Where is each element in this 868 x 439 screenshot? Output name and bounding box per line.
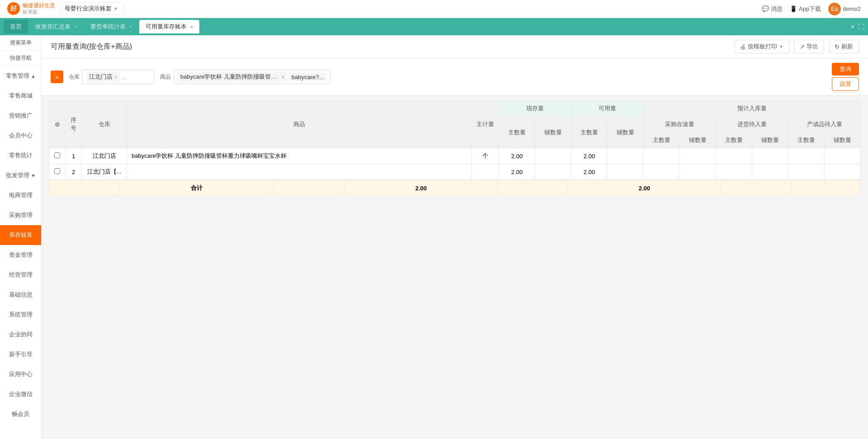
chevron-down-icon: ▼ — [113, 6, 118, 11]
industry-selector[interactable]: 母婴行业演示账套 ▼ — [61, 2, 124, 15]
sidebar-item-retail-mgmt[interactable]: 零售管理 ▲ — [0, 66, 41, 86]
warehouse-input[interactable]: 江北门店 × ... — [82, 70, 155, 84]
sidebar-item-system-mgmt[interactable]: 系统管理 — [0, 305, 41, 325]
warehouse-tag-close[interactable]: × — [114, 75, 117, 80]
table-row: 2 江北门店【... 2.00 2.00 — [49, 164, 861, 180]
sidebar-item-label: 企业微信 — [9, 390, 33, 398]
tab-order-stats[interactable]: 要货单统计表 × — [84, 20, 138, 33]
product-filter-group: 商品 babycare学饮杯 儿童防摔防撞吸管杯重力球吸嘴杯宝宝水杯 × bab… — [160, 70, 330, 84]
fullscreen-btn[interactable]: ⛶ — [858, 23, 864, 30]
sidebar-item-label: 新手引导 — [9, 350, 33, 359]
order-stats-tab-close[interactable]: × — [129, 24, 132, 29]
top-bar: 好 畅捷通好生意 标准版 母婴行业演示账套 ▼ 💬 消息 📱 App下载 Ea … — [0, 0, 868, 18]
user-name: demo2 — [843, 5, 861, 12]
sidebar-item-new-guide[interactable]: 新手引导 — [0, 345, 41, 364]
cell-incoming-aux — [752, 164, 788, 180]
sidebar-item-label: 基础信息 — [9, 291, 33, 299]
sidebar-item-enterprise-collab[interactable]: 企业协同 — [0, 325, 41, 345]
cell-product: babycare学饮杯 儿童防摔防撞吸管杯重力球吸嘴杯宝宝水杯 — [127, 148, 472, 164]
message-btn[interactable]: 💬 消息 — [762, 5, 783, 13]
tab-receipts[interactable]: 收发存汇总表 × — [29, 20, 83, 33]
sidebar-item-wholesale-mgmt[interactable]: 批发管理 ▼ — [0, 165, 41, 185]
sidebar-item-retail-store[interactable]: 零售商城 — [0, 86, 41, 106]
cell-no: 2 — [66, 164, 82, 180]
cell-checkbox[interactable] — [49, 164, 66, 180]
cell-incoming-main — [716, 164, 752, 180]
close-all-tabs-btn[interactable]: × — [851, 23, 854, 30]
sidebar-search-menu[interactable]: 搜索菜单 — [0, 35, 41, 51]
summary-stock-main: 2.00 — [344, 180, 498, 196]
tab-available-stock[interactable]: 可用量库存账本 × — [139, 20, 199, 33]
export-icon: ↗ — [800, 43, 805, 50]
cell-incoming-main — [716, 148, 752, 164]
cell-warehouse: 江北门店 — [82, 148, 127, 164]
sidebar-item-finance-mgmt[interactable]: 资金管理 — [0, 245, 41, 265]
product-input[interactable]: babycare学饮杯 儿童防摔防撞吸管杯重力球吸嘴杯宝宝水杯 × babyca… — [174, 70, 330, 84]
page-header: 可用量查询(按仓库+商品) 🖨 按模板打印 ▼ ↗ 导出 ↻ 刷新 — [42, 35, 868, 58]
th-incoming-main: 主数量 — [716, 132, 752, 148]
th-settings[interactable]: ⚙ — [49, 101, 66, 148]
warehouse-label: 仓库 — [69, 73, 80, 81]
sidebar-item-label: 电商管理 — [9, 191, 33, 199]
avatar-text: Ea — [831, 5, 838, 12]
cell-product-main — [788, 148, 825, 164]
export-btn[interactable]: ↗ 导出 — [794, 40, 824, 53]
cell-unit: 个 — [472, 148, 499, 164]
refresh-label: 刷新 — [841, 42, 853, 51]
warehouse-more[interactable]: ... — [122, 74, 127, 80]
product-tag2: babycare?... — [289, 73, 327, 81]
sidebar-item-label: 营销推广 — [9, 112, 33, 120]
sidebar-item-marketing[interactable]: 营销推广 — [0, 106, 41, 126]
th-estimated-in: 预计入库量 — [644, 101, 861, 117]
nav-tabs: 首页 收发存汇总表 × 要货单统计表 × 可用量库存账本 × × ⛶ — [0, 18, 868, 35]
th-current-stock: 现存量 — [499, 101, 571, 117]
th-warehouse: 仓库 — [82, 101, 127, 148]
template-print-btn[interactable]: 🖨 按模板打印 ▼ — [734, 40, 789, 53]
message-label: 消息 — [771, 5, 783, 13]
cell-checkbox[interactable] — [49, 148, 66, 164]
cell-purchase-aux — [680, 148, 716, 164]
query-btn[interactable]: 查询 — [832, 63, 859, 76]
th-purchase-main: 主数量 — [644, 132, 680, 148]
sidebar-item-ecommerce-mgmt[interactable]: 电商管理 — [0, 185, 41, 205]
main-layout: 搜索菜单 快捷导航 零售管理 ▲ 零售商城 营销推广 会员中心 零售统计 批发管… — [0, 35, 868, 439]
setting-btn[interactable]: 设置 — [832, 77, 859, 91]
home-tab-label: 首页 — [10, 23, 22, 31]
cell-purchase-main — [644, 164, 680, 180]
receipts-tab-close[interactable]: × — [74, 24, 77, 29]
sidebar-item-app-center[interactable]: 应用中心 — [0, 364, 41, 384]
sidebar-item-vip-member[interactable]: 畅会员 — [0, 404, 41, 424]
warehouse-filter-group: 仓库 江北门店 × ... — [69, 70, 155, 84]
filter-expand-btn[interactable]: » — [51, 71, 63, 83]
app-download-btn[interactable]: 📱 App下载 — [790, 5, 821, 13]
sidebar-item-enterprise-wechat[interactable]: 企业微信 — [0, 384, 41, 404]
product-tag1-close[interactable]: × — [282, 75, 284, 80]
sidebar-item-basic-info[interactable]: 基础信息 — [0, 285, 41, 305]
sidebar-item-label: 企业协同 — [9, 330, 33, 339]
user-area[interactable]: Ea demo2 — [828, 3, 861, 15]
sidebar-item-operations-mgmt[interactable]: 经营管理 — [0, 265, 41, 285]
summary-label: 合计 — [119, 180, 275, 196]
summary-table: 合计 2.00 2.00 — [49, 180, 861, 196]
sidebar-item-label: 会员中心 — [9, 132, 33, 140]
refresh-btn[interactable]: ↻ 刷新 — [829, 40, 859, 53]
th-product: 商品 — [127, 101, 472, 148]
tab-home[interactable]: 首页 — [4, 20, 28, 33]
available-stock-tab-close[interactable]: × — [190, 24, 193, 29]
cell-incoming-aux — [752, 148, 788, 164]
table-container[interactable]: ⚙ 序号 仓库 商品 主计量 — [42, 96, 868, 439]
th-stock-main: 主数量 — [499, 117, 535, 148]
cell-available-main: 2.00 — [571, 148, 608, 164]
cell-stock-main: 2.00 — [499, 148, 535, 164]
settings-icon[interactable]: ⚙ — [55, 121, 60, 128]
chevron-icon: ▲ — [31, 74, 36, 79]
sidebar-quick-nav[interactable]: 快捷导航 — [0, 51, 41, 66]
sidebar-item-member-center[interactable]: 会员中心 — [0, 126, 41, 146]
sidebar-item-purchase-mgmt[interactable]: 采购管理 — [0, 205, 41, 225]
top-bar-right: 💬 消息 📱 App下载 Ea demo2 — [762, 3, 861, 15]
summary-row: 合计 2.00 2.00 — [49, 180, 861, 196]
sidebar-item-retail-stats[interactable]: 零售统计 — [0, 146, 41, 165]
filter-row: » 仓库 江北门店 × ... 商品 babycare学饮杯 儿童防摔防撞吸管杯… — [42, 58, 868, 96]
sidebar-item-inventory-audit[interactable]: 库存核算 — [0, 225, 41, 245]
sidebar-item-label: 采购管理 — [9, 211, 33, 219]
